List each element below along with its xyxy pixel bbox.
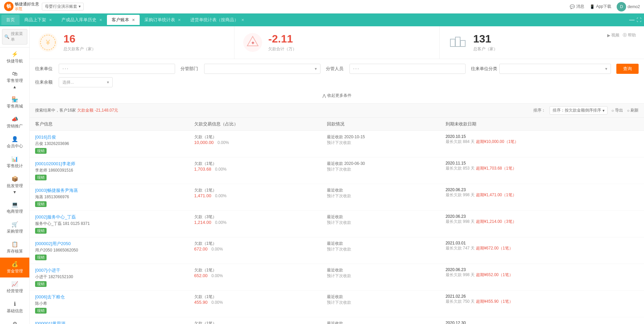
sidebar-search-button[interactable]: 🔍 搜索菜单 xyxy=(2,29,27,45)
overdue-link[interactable]: 超期¥1,703.68（1笔） xyxy=(476,166,516,171)
tab-close-icon[interactable]: ✕ xyxy=(99,18,102,22)
app-download-btn[interactable]: 📱 App下载 xyxy=(590,4,611,9)
filter-category-input[interactable]: ▾ xyxy=(499,64,611,74)
owe-amount[interactable]: 1,471.00 xyxy=(194,193,212,198)
table-container: 客户信息 欠款交易信息（占比） 回款情况 到期未收款日期 [0016]吕俊 吕俊… xyxy=(30,118,644,324)
filter-balance: 往来余额 选择... ▾ xyxy=(35,77,639,87)
sidebar-item-members[interactable]: 👤 会员中心 xyxy=(0,132,29,152)
sidebar-item-retail-stats[interactable]: 📊 零售统计 xyxy=(0,152,29,172)
next-collect: 预计下次收款 xyxy=(327,273,435,279)
owe-amount[interactable]: 1,703.68 xyxy=(194,167,212,172)
export-button[interactable]: ○ 导出 xyxy=(612,108,623,113)
system-icon: ⚙ xyxy=(12,321,17,324)
sidebar-item-retail-mall[interactable]: 🏪 零售商城 xyxy=(0,93,29,113)
customer-name-link[interactable]: [0006]去下粮仓 xyxy=(35,294,65,299)
maximize-icon[interactable]: ⛶ xyxy=(637,17,641,23)
owe-amount[interactable]: 10,000.00 xyxy=(194,140,214,145)
ecommerce-icon: 💻 xyxy=(11,201,18,208)
owe-percent: 0.00% xyxy=(212,247,223,252)
tab-purchase-stats[interactable]: 采购订单统计表 ✕ xyxy=(140,15,186,25)
owe-percent: 0.00% xyxy=(215,167,226,172)
customer-name-link[interactable]: [0016]吕俊 xyxy=(35,135,56,140)
tab-product-listing[interactable]: 商品上下架 ✕ xyxy=(20,15,57,25)
customer-name-link[interactable]: [0001020001]李老师 xyxy=(35,161,75,166)
tab-home[interactable]: 首页 xyxy=(1,15,20,25)
filter-balance-input[interactable]: 选择... ▾ xyxy=(59,77,113,87)
refresh-button[interactable]: ○ 刷新 xyxy=(627,108,639,113)
export-label: 导出 xyxy=(615,108,623,113)
sidebar-item-inventory[interactable]: 📋 库存核算 xyxy=(0,238,29,258)
message-label: 消息 xyxy=(576,4,584,9)
purchase-label: 采购管理 xyxy=(7,229,23,234)
overdue-link[interactable]: 超期¥1,471.00（1笔） xyxy=(476,193,516,197)
collection-cell: 最近收款 预计下次收款 xyxy=(321,264,440,291)
overdue-link[interactable]: 超期¥455.90（1笔） xyxy=(476,299,513,304)
overdue-link[interactable]: 超期¥1,214.00（3笔） xyxy=(476,219,516,224)
message-icon: 💬 xyxy=(570,4,575,9)
user-menu[interactable]: D demo2 xyxy=(617,2,640,11)
tab-goods-stats[interactable]: 进货单统计表（按商品） ✕ xyxy=(186,15,249,25)
tab-close-icon[interactable]: ✕ xyxy=(241,18,244,22)
search-button[interactable]: 查询 xyxy=(616,64,639,74)
filter-party-input[interactable]: ··· xyxy=(59,64,175,74)
filter-dept-label: 分管部门 xyxy=(180,66,202,72)
sidebar-item-operations[interactable]: 📈 经营管理 xyxy=(0,277,29,297)
tab-close-icon[interactable]: ✕ xyxy=(132,18,135,22)
overdue-link[interactable]: 超期¥672.00（1笔） xyxy=(476,246,513,251)
due-date-cell: 2021.02.26 最长欠款 750 天 超期¥455.90（1笔） xyxy=(440,291,644,317)
sort-selector[interactable]: 排序：按欠款金额倒序排序 ▾ xyxy=(550,106,608,115)
owe-info-cell: 欠款（1笔） 10,000.00 0.00% xyxy=(189,131,322,157)
customer-name-link[interactable]: [0002]服务中心_丁磊 xyxy=(35,214,76,219)
owe-info-cell: 欠款（1笔） 672.00 0.00% xyxy=(189,237,322,264)
sidebar-item-ecommerce[interactable]: 💻 电商管理 xyxy=(0,198,29,218)
video-btn[interactable]: ▶ 视频 xyxy=(607,32,619,38)
tab-purchase-stats-label: 采购订单统计表 xyxy=(144,17,175,23)
customer-name-link[interactable]: [0007]小进干 xyxy=(35,268,60,273)
filter-person-input[interactable]: ··· xyxy=(349,64,466,74)
tab-product-history[interactable]: 产成品入库单历史 ✕ xyxy=(57,15,107,25)
message-btn[interactable]: 💬 消息 xyxy=(570,4,584,9)
sidebar-item-finance[interactable]: 💰 资金管理 xyxy=(0,258,29,277)
collection-cell: 最近收款 2020-06-30 预计下次收款 xyxy=(321,157,440,184)
overdue-link[interactable]: 超期¥10,000.00（1笔） xyxy=(476,139,519,144)
sidebar-item-retail-mgmt[interactable]: 🛍 零售管理 ▲ xyxy=(0,67,29,93)
sidebar-item-shortcuts[interactable]: ⚡ 快捷导航 xyxy=(0,48,29,67)
card-icon-2: ✦ xyxy=(243,32,263,53)
owe-amount[interactable]: 652.00 xyxy=(194,273,208,278)
customer-name-link[interactable]: [0003]畅捷服务尹海蒸 xyxy=(35,188,78,193)
results-summary: 搜索结果中，客户16家 欠款金额 -21,148.07元 xyxy=(35,108,118,113)
tab-close-icon[interactable]: ✕ xyxy=(178,18,181,22)
sidebar-item-purchase[interactable]: 🛒 采购管理 xyxy=(0,218,29,238)
card-info-1: 16 总欠款客户（家） xyxy=(63,33,226,52)
filter-dept-input[interactable]: ▾ xyxy=(204,64,320,74)
owe-percent: 0.00% xyxy=(212,273,223,278)
logo-text: 畅捷通好生意 xyxy=(15,2,39,6)
help-btn[interactable]: ⓪ 帮助 xyxy=(623,32,636,38)
collection-cell: 最近收款 预计下次收款 xyxy=(321,211,440,237)
card-info-3: 131 总客户（家） xyxy=(473,33,602,52)
sidebar-item-system[interactable]: ⚙ 系统管理 xyxy=(0,317,29,324)
user-name: demo2 xyxy=(627,4,640,9)
summary-card-owe-customers: ¥ 16 总欠款客户（家） xyxy=(30,26,234,59)
main-content: ¥ 16 总欠款客户（家） ✦ -2.11 xyxy=(30,26,644,324)
company-selector[interactable]: 母婴行业演示账套 ▾ xyxy=(42,3,84,10)
table-header-row: 客户信息 欠款交易信息（占比） 回款情况 到期未收款日期 xyxy=(30,118,644,131)
sidebar-item-wholesale[interactable]: 📦 批发管理 ▼ xyxy=(0,172,29,198)
sidebar-item-basic-info[interactable]: ℹ 基础信息 xyxy=(0,297,29,317)
customer-phone: 李老师 18600391516 xyxy=(35,168,184,173)
due-date: 2020.06.23 xyxy=(446,267,639,272)
results-bar: 搜索结果中，客户16家 欠款金额 -21,148.07元 排序： 排序：按欠款金… xyxy=(30,104,644,118)
minimize-icon[interactable]: — xyxy=(629,17,635,23)
customer-name-link[interactable]: [000002]用户2050 xyxy=(35,241,71,246)
owe-amount[interactable]: 672.00 xyxy=(194,246,208,252)
owe-amount[interactable]: 1,214.00 xyxy=(194,220,212,225)
owe-amount[interactable]: 455.90 xyxy=(194,300,208,305)
tab-close-icon[interactable]: ✕ xyxy=(49,18,52,22)
overdue-link[interactable]: 超期¥652.00（1笔） xyxy=(476,272,513,277)
customer-phone: 海蒸 18513066976 xyxy=(35,194,184,200)
filter-dept: 分管部门 ▾ xyxy=(180,64,320,74)
tab-customer-ledger[interactable]: 客户账本 ✕ xyxy=(107,15,140,25)
sidebar-item-marketing[interactable]: 📣 营销推广 xyxy=(0,113,29,132)
collapse-button[interactable]: ⋀ 收起更多条件 xyxy=(318,91,356,100)
customer-name-link[interactable]: [000001]黄思源 xyxy=(35,321,65,324)
